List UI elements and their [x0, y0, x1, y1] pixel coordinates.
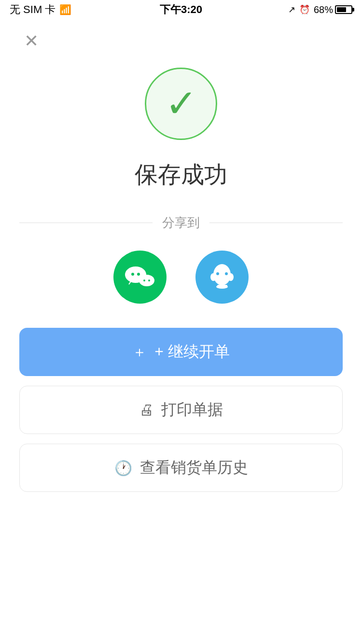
- battery-container: 68%: [314, 4, 352, 15]
- share-label: 分享到: [162, 214, 200, 231]
- location-icon: ↗: [288, 4, 295, 15]
- continue-label: + 继续开单: [154, 341, 230, 363]
- svg-point-9: [216, 285, 228, 289]
- battery-percentage: 68%: [314, 4, 333, 15]
- success-title: 保存成功: [135, 159, 227, 190]
- status-right: ↗ ⏰ 68%: [288, 4, 352, 15]
- divider-line-right: [209, 223, 343, 223]
- history-label: 查看销货单历史: [140, 457, 248, 478]
- main-content: ✕ ✓ 保存成功 分享到: [0, 19, 362, 644]
- svg-point-5: [148, 280, 150, 281]
- wechat-icon: [123, 260, 157, 294]
- divider-line-left: [19, 223, 153, 223]
- share-section: 分享到: [19, 214, 343, 304]
- print-label: 打印单据: [161, 399, 223, 420]
- close-icon: ✕: [24, 32, 39, 50]
- status-time: 下午3:20: [160, 2, 202, 17]
- wifi-icon: 📶: [59, 4, 71, 15]
- checkmark-icon: ✓: [165, 84, 197, 123]
- share-divider: 分享到: [19, 214, 343, 231]
- status-bar: 无 SIM 卡 📶 下午3:20 ↗ ⏰ 68%: [0, 0, 362, 19]
- svg-point-11: [225, 272, 228, 275]
- close-button[interactable]: ✕: [19, 29, 43, 53]
- svg-point-2: [137, 273, 140, 276]
- svg-point-4: [143, 280, 145, 281]
- print-button[interactable]: 🖨 打印单据: [19, 386, 343, 434]
- svg-point-6: [213, 264, 231, 285]
- actions-section: ＋ + 继续开单 🖨 打印单据 🕐 查看销货单历史: [19, 328, 343, 492]
- svg-point-12: [210, 273, 216, 281]
- svg-point-13: [228, 273, 234, 281]
- printer-icon: 🖨: [139, 402, 153, 418]
- svg-point-3: [139, 275, 154, 286]
- wechat-share-button[interactable]: [113, 251, 167, 304]
- plus-icon: ＋: [132, 342, 147, 362]
- continue-button[interactable]: ＋ + 继续开单: [19, 328, 343, 376]
- alarm-icon: ⏰: [299, 4, 310, 15]
- svg-point-10: [216, 272, 219, 275]
- share-icons: [113, 251, 249, 304]
- history-button[interactable]: 🕐 查看销货单历史: [19, 444, 343, 492]
- success-circle: ✓: [145, 68, 217, 140]
- status-left: 无 SIM 卡 📶: [10, 2, 71, 17]
- svg-point-1: [131, 273, 134, 276]
- sim-label: 无 SIM 卡: [10, 2, 56, 17]
- clock-icon: 🕐: [114, 460, 132, 476]
- battery-icon: [335, 5, 352, 14]
- qq-icon: [207, 262, 238, 293]
- qq-share-button[interactable]: [195, 251, 249, 304]
